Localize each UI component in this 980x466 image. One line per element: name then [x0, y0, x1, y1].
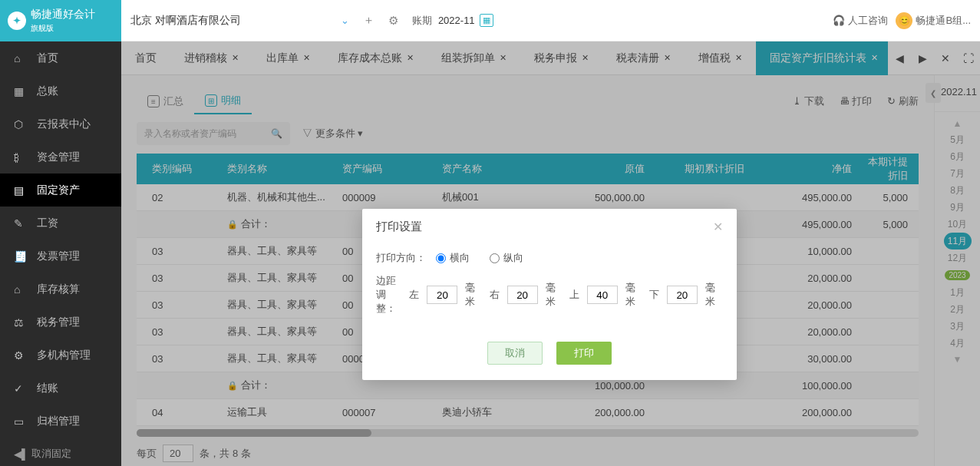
sidebar-label-8: 税务管理	[37, 316, 80, 329]
modal-title: 打印设置	[376, 220, 422, 234]
sidebar-item-3[interactable]: ₿资金管理	[0, 140, 121, 174]
unpin-icon: ◀▌	[14, 448, 28, 460]
sidebar-label-11: 归档管理	[37, 415, 80, 428]
modal-close-icon[interactable]: ✕	[713, 220, 723, 234]
headset-icon: 🎧	[833, 15, 845, 26]
sidebar-icon-10: ✓	[14, 382, 28, 395]
brand-logo: ✦ 畅捷通好会计 旗舰版	[0, 0, 121, 41]
margin-right-input[interactable]	[507, 286, 538, 304]
sidebar-label-3: 资金管理	[37, 150, 80, 164]
sidebar-icon-5: ✎	[14, 217, 28, 230]
radio-horizontal-label: 横向	[450, 251, 470, 265]
consult-link[interactable]: 🎧 人工咨询	[833, 14, 888, 28]
margin-top-input[interactable]	[587, 286, 618, 304]
company-chevron-icon[interactable]: ⌄	[341, 15, 349, 26]
sidebar-icon-3: ₿	[14, 151, 28, 164]
sidebar-item-9[interactable]: ⚙多机构管理	[0, 339, 121, 372]
print-confirm-button[interactable]: 打印	[556, 342, 612, 365]
sidebar-label-6: 发票管理	[37, 250, 80, 263]
sidebar-icon-11: ▭	[14, 415, 28, 428]
margin-bottom-label: 下	[649, 288, 659, 302]
sidebar-icon-4: ▤	[14, 184, 28, 197]
sidebar-item-1[interactable]: ▦总账	[0, 74, 121, 107]
sidebar-icon-6: 🧾	[14, 250, 28, 263]
margin-bottom-input[interactable]	[667, 286, 698, 304]
sidebar-label-0: 首页	[37, 51, 58, 65]
direction-label: 打印方向：	[376, 251, 430, 265]
radio-vertical[interactable]: 纵向	[490, 251, 523, 265]
sidebar-unpin[interactable]: ◀▌ 取消固定	[0, 441, 121, 466]
brand-sub: 旗舰版	[31, 23, 95, 34]
radio-vertical-label: 纵向	[503, 251, 523, 265]
sidebar-item-11[interactable]: ▭归档管理	[0, 405, 121, 438]
user-menu[interactable]: 😊 畅捷通B组...	[896, 12, 971, 29]
sidebar-icon-1: ▦	[14, 85, 28, 97]
sidebar-icon-9: ⚙	[14, 349, 28, 362]
period-value: 2022-11	[438, 15, 475, 26]
sidebar-item-10[interactable]: ✓结账	[0, 372, 121, 405]
gear-icon[interactable]: ⚙	[388, 14, 398, 28]
sidebar-label-4: 固定资产	[37, 183, 80, 197]
topbar: 北京 对啊酒店有限公司 ⌄ ＋ ⚙ 账期 2022-11 ▦ 🎧 人工咨询 😊 …	[121, 0, 980, 41]
sidebar-item-7[interactable]: ⌂库存核算	[0, 273, 121, 306]
add-icon[interactable]: ＋	[363, 13, 375, 28]
print-settings-modal: 打印设置 ✕ 打印方向： 横向 纵向 边距调整： 左 毫米 右 毫米 上 毫米	[362, 209, 737, 380]
brand-name: 畅捷通好会计	[31, 8, 95, 21]
period-label: 账期	[412, 14, 432, 28]
sidebar-item-0[interactable]: ⌂首页	[0, 41, 121, 74]
brand-icon: ✦	[8, 12, 26, 30]
sidebar-label-2: 云报表中心	[37, 117, 91, 131]
margin-top-label: 上	[569, 288, 579, 302]
sidebar-item-5[interactable]: ✎工资	[0, 207, 121, 240]
calendar-icon[interactable]: ▦	[480, 14, 493, 27]
sidebar-unpin-label: 取消固定	[31, 447, 71, 461]
sidebar-icon-8: ⚖	[14, 316, 28, 329]
unit-mm-4: 毫米	[705, 281, 715, 309]
cancel-button[interactable]: 取消	[487, 342, 543, 365]
sidebar-icon-7: ⌂	[14, 283, 28, 296]
unit-mm-1: 毫米	[465, 281, 475, 309]
margin-right-label: 右	[490, 288, 500, 302]
unit-mm-2: 毫米	[546, 281, 556, 309]
margin-left-label: 左	[409, 288, 419, 302]
radio-horizontal-input[interactable]	[436, 253, 446, 263]
sidebar-item-2[interactable]: ⬡云报表中心	[0, 107, 121, 140]
sidebar-label-1: 总账	[37, 84, 58, 98]
sidebar-label-10: 结账	[37, 382, 58, 395]
margin-label: 边距调整：	[376, 274, 403, 316]
sidebar-item-4[interactable]: ▤固定资产	[0, 174, 121, 207]
sidebar-label-5: 工资	[37, 216, 58, 230]
unit-mm-3: 毫米	[625, 281, 635, 309]
sidebar-icon-0: ⌂	[14, 52, 28, 64]
radio-vertical-input[interactable]	[490, 253, 500, 263]
user-label: 畅捷通B组...	[916, 14, 971, 28]
company-select[interactable]: 北京 对啊酒店有限公司	[130, 14, 241, 28]
sidebar-icon-2: ⬡	[14, 118, 28, 131]
sidebar-item-6[interactable]: 🧾发票管理	[0, 240, 121, 273]
consult-label: 人工咨询	[848, 14, 888, 28]
margin-left-input[interactable]	[427, 286, 457, 304]
radio-horizontal[interactable]: 横向	[436, 251, 470, 265]
sidebar-label-7: 库存核算	[37, 283, 80, 296]
sidebar-label-9: 多机构管理	[37, 349, 91, 362]
avatar-icon: 😊	[896, 12, 912, 29]
sidebar-item-8[interactable]: ⚖税务管理	[0, 306, 121, 339]
sidebar: ✦ 畅捷通好会计 旗舰版 ⌂首页▦总账⬡云报表中心₿资金管理▤固定资产✎工资🧾发…	[0, 0, 121, 466]
